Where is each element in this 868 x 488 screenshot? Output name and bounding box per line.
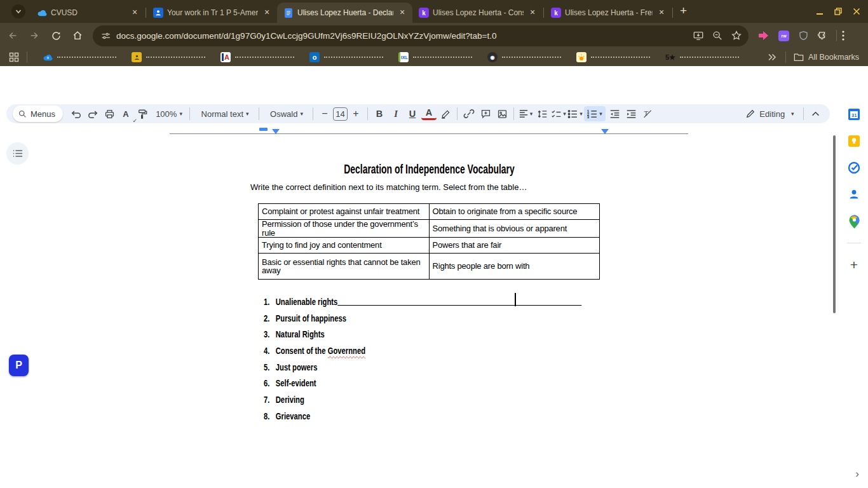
tab-close-icon[interactable]: ×	[656, 8, 667, 18]
list-item[interactable]: 8.Grievance	[264, 407, 326, 424]
tab-close-icon[interactable]: ×	[527, 8, 538, 18]
expand-chevron-icon[interactable]: ›	[855, 468, 859, 480]
hide-menus-button[interactable]	[808, 106, 823, 121]
read-write-extension-icon[interactable]: rw	[778, 30, 789, 41]
decrease-font-button[interactable]: −	[317, 106, 332, 121]
url-input[interactable]: docs.google.com/document/d/1g97G0y1CwLcc…	[93, 25, 749, 46]
p-extension-button[interactable]: P	[9, 355, 29, 376]
maps-icon[interactable]	[849, 215, 860, 229]
zoom-icon[interactable]	[712, 30, 723, 41]
home-icon[interactable]	[69, 27, 86, 44]
align-button[interactable]: ▾	[518, 106, 533, 121]
table-cell[interactable]: Complaint or protest against unfair trea…	[259, 204, 430, 220]
list-item[interactable]: 7.Deriving	[264, 391, 318, 407]
extensions-puzzle-icon[interactable]	[818, 30, 829, 41]
bookmark-item[interactable]	[132, 52, 205, 62]
contacts-icon[interactable]	[848, 188, 860, 201]
clear-formatting-button[interactable]: T	[640, 106, 655, 121]
list-item[interactable]: 3.Natural Rights	[264, 326, 345, 342]
table-cell[interactable]: Rights people are born with	[429, 254, 600, 280]
bookmarks-overflow-icon[interactable]	[768, 53, 776, 61]
left-indent-marker[interactable]	[272, 129, 280, 134]
table-cell[interactable]: Permission of those under the government…	[259, 220, 430, 238]
table-cell[interactable]: Obtain to originate from a specific sour…	[429, 204, 600, 220]
tab-declaration-doc[interactable]: Ulises Lopez Huerta - Declarati ×	[277, 3, 412, 23]
table-cell[interactable]: Trying to find joy and contentment	[259, 238, 430, 254]
pink-arrow-extension-icon[interactable]	[757, 30, 770, 41]
back-icon[interactable]	[4, 27, 22, 44]
tab-french-doc[interactable]: k Ulises Lopez Huerta - French a ×	[545, 3, 672, 23]
bookmark-item[interactable]: o	[309, 52, 383, 62]
more-menu-icon[interactable]	[842, 30, 844, 41]
editing-mode-select[interactable]: Editing ▾	[741, 106, 799, 121]
insert-link-button[interactable]	[461, 106, 477, 121]
checklist-button[interactable]: ▾	[551, 106, 566, 121]
print-button[interactable]	[102, 106, 117, 121]
bookmark-item[interactable]: 5★	[665, 52, 739, 62]
list-item[interactable]: 2.Pursuit of happiness	[264, 309, 374, 326]
list-item[interactable]: 6.Self-evident	[264, 375, 334, 391]
bookmark-item[interactable]: IXL	[398, 52, 472, 62]
calendar-icon[interactable]: 31	[848, 108, 860, 121]
line-spacing-button[interactable]	[534, 106, 550, 121]
bulleted-list-button[interactable]: ▾	[567, 106, 583, 121]
bookmark-item[interactable]	[43, 52, 116, 62]
table-cell[interactable]: Something that is obvious or apparent	[429, 220, 600, 238]
forward-icon[interactable]	[25, 27, 43, 44]
new-tab-button[interactable]: +	[680, 4, 687, 18]
font-size-input[interactable]: 14	[333, 107, 348, 121]
tab-close-icon[interactable]: ×	[130, 8, 140, 18]
numbered-list-button[interactable]: 123▾	[584, 106, 606, 121]
table-cell[interactable]: Basic or essential rights that cannot be…	[259, 254, 430, 280]
list-item[interactable]: 5.Just powers	[264, 358, 336, 375]
vertical-scrollbar[interactable]	[833, 135, 836, 313]
list-item[interactable]: 1.Unalienable rights	[264, 293, 688, 309]
tab-search-button[interactable]	[11, 4, 25, 18]
menus-search-button[interactable]: Menus	[13, 105, 63, 122]
shield-icon[interactable]	[798, 30, 809, 41]
add-icon[interactable]: +	[850, 257, 858, 273]
apps-grid-icon[interactable]	[9, 52, 19, 62]
add-comment-button[interactable]	[478, 106, 493, 121]
all-bookmarks-label[interactable]: All Bookmarks	[808, 53, 859, 62]
bookmark-star-icon[interactable]	[731, 30, 742, 41]
bookmark-item[interactable]: A	[220, 52, 294, 62]
document-canvas[interactable]: Declaration of Independence Vocabulary W…	[0, 125, 840, 488]
tab-constitution-doc[interactable]: k Ulises Lopez Huerta - Constitut ×	[412, 3, 543, 23]
reload-icon[interactable]	[47, 27, 65, 44]
undo-button[interactable]	[69, 106, 84, 121]
text-color-button[interactable]: A	[421, 107, 437, 120]
close-icon[interactable]	[847, 0, 865, 23]
font-select[interactable]: Oswald▾	[263, 106, 309, 121]
increase-indent-button[interactable]	[623, 106, 639, 121]
underline-button[interactable]: U	[405, 106, 420, 121]
minimize-icon[interactable]	[810, 0, 829, 23]
spellcheck-button[interactable]: A✓	[118, 106, 133, 121]
bookmark-item[interactable]	[576, 52, 650, 62]
tab-close-icon[interactable]: ×	[262, 8, 272, 18]
send-to-device-icon[interactable]	[693, 30, 704, 41]
restore-icon[interactable]	[829, 0, 847, 23]
tab-close-icon[interactable]: ×	[397, 8, 407, 18]
fill-in-blank-line[interactable]	[337, 304, 581, 306]
bold-button[interactable]: B	[372, 106, 387, 121]
table-cell[interactable]: Powers that are fair	[429, 238, 600, 254]
tab-cvusd[interactable]: CVUSD ×	[31, 3, 145, 23]
bookmark-item[interactable]: ◉	[487, 52, 561, 62]
keep-icon[interactable]	[848, 135, 860, 147]
italic-button[interactable]: I	[388, 106, 403, 121]
insert-image-button[interactable]	[494, 106, 510, 121]
show-outline-button[interactable]	[6, 142, 29, 165]
tab-your-work[interactable]: Your work in Tr 1 P 5-American ×	[147, 3, 277, 23]
redo-button[interactable]	[85, 106, 100, 121]
highlight-color-button[interactable]	[438, 106, 453, 121]
decrease-indent-button[interactable]	[607, 106, 622, 121]
zoom-select[interactable]: 100%▾	[151, 106, 186, 121]
tasks-icon[interactable]	[848, 161, 860, 174]
tune-icon[interactable]	[100, 30, 111, 41]
right-indent-marker[interactable]	[601, 129, 609, 134]
increase-font-button[interactable]: +	[348, 106, 363, 121]
styles-select[interactable]: Normal text▾	[194, 106, 255, 121]
first-line-indent-marker[interactable]	[259, 128, 268, 131]
list-item[interactable]: 4.Consent of the Governned	[264, 342, 399, 358]
